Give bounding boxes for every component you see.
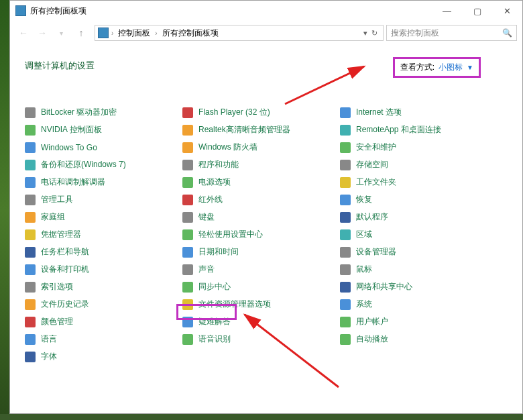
control-panel-item[interactable]: 恢复 bbox=[340, 194, 498, 205]
control-panel-item[interactable]: 红外线 bbox=[182, 194, 340, 205]
item-icon bbox=[340, 142, 351, 153]
item-icon bbox=[182, 247, 193, 258]
item-icon bbox=[25, 352, 36, 362]
minimize-button[interactable]: — bbox=[432, 1, 462, 21]
control-panel-item[interactable]: 同步中心 bbox=[182, 281, 340, 293]
control-panel-item[interactable]: 轻松使用设置中心 bbox=[182, 229, 340, 240]
item-label: 自动播放 bbox=[356, 333, 388, 345]
control-panel-item[interactable]: 疑难解答 bbox=[182, 316, 340, 327]
control-panel-item[interactable]: 声音 bbox=[182, 264, 340, 275]
item-icon bbox=[25, 177, 36, 188]
item-label: 凭据管理器 bbox=[41, 229, 81, 240]
control-panel-item[interactable]: 电话和调制解调器 bbox=[25, 176, 182, 188]
address-dropdown-icon[interactable]: ▾ bbox=[363, 29, 367, 38]
item-label: BitLocker 驱动器加密 bbox=[41, 107, 117, 118]
items-grid: BitLocker 驱动器加密NVIDIA 控制面板Windows To Go备… bbox=[25, 107, 508, 362]
item-icon bbox=[182, 334, 193, 345]
control-panel-item[interactable]: 键盘 bbox=[182, 211, 340, 223]
control-panel-item[interactable]: 凭据管理器 bbox=[25, 229, 182, 240]
control-panel-item[interactable]: 管理工具 bbox=[25, 194, 182, 205]
control-panel-item[interactable]: 工作文件夹 bbox=[340, 176, 498, 188]
close-button[interactable]: ✕ bbox=[492, 1, 522, 21]
control-panel-item[interactable]: 语言 bbox=[25, 333, 182, 345]
breadcrumb-item[interactable]: 所有控制面板项 bbox=[160, 28, 221, 39]
forward-button[interactable]: → bbox=[34, 25, 50, 41]
control-panel-item[interactable]: 网络和共享中心 bbox=[340, 281, 498, 293]
breadcrumb-item[interactable]: 控制面板 bbox=[116, 28, 152, 39]
item-label: NVIDIA 控制面板 bbox=[41, 124, 102, 136]
item-icon bbox=[340, 107, 351, 118]
item-icon bbox=[182, 125, 193, 136]
item-label: 区域 bbox=[356, 229, 372, 240]
item-label: 备份和还原(Windows 7) bbox=[41, 159, 126, 170]
control-panel-item[interactable]: 鼠标 bbox=[340, 264, 498, 275]
control-panel-item[interactable]: 字体 bbox=[25, 351, 182, 362]
item-label: 声音 bbox=[198, 264, 215, 275]
control-panel-item[interactable]: 自动播放 bbox=[340, 333, 498, 345]
item-icon bbox=[182, 212, 193, 223]
item-icon bbox=[182, 195, 193, 205]
control-panel-item[interactable]: 存储空间 bbox=[340, 159, 498, 170]
control-panel-item[interactable]: 设备管理器 bbox=[340, 246, 498, 258]
control-panel-item[interactable]: 用户帐户 bbox=[340, 316, 498, 327]
view-by-selector[interactable]: 查看方式: 小图标 ▼ bbox=[393, 57, 481, 78]
recent-dropdown[interactable]: ▾ bbox=[53, 25, 69, 41]
control-panel-item[interactable]: BitLocker 驱动器加密 bbox=[25, 107, 182, 118]
item-label: 颜色管理 bbox=[41, 316, 73, 327]
control-panel-item[interactable]: 电源选项 bbox=[182, 176, 340, 188]
control-panel-item[interactable]: 任务栏和导航 bbox=[25, 246, 182, 258]
control-panel-item[interactable]: 索引选项 bbox=[25, 281, 182, 293]
item-icon bbox=[340, 334, 351, 345]
item-icon bbox=[25, 212, 36, 223]
control-panel-item[interactable]: 系统 bbox=[340, 299, 498, 310]
control-panel-item[interactable]: 文件历史记录 bbox=[25, 299, 182, 310]
up-button[interactable]: ↑ bbox=[73, 25, 89, 41]
item-icon bbox=[25, 334, 36, 345]
address-bar[interactable]: › 控制面板 › 所有控制面板项 ▾ ↻ bbox=[95, 25, 384, 41]
item-label: 默认程序 bbox=[356, 211, 388, 223]
item-icon bbox=[25, 247, 36, 258]
control-panel-item[interactable]: 设备和打印机 bbox=[25, 264, 182, 275]
control-panel-item[interactable]: Internet 选项 bbox=[340, 107, 498, 118]
control-panel-item[interactable]: 程序和功能 bbox=[182, 159, 340, 170]
item-icon bbox=[25, 142, 36, 153]
item-label: 设备管理器 bbox=[356, 246, 396, 258]
control-panel-item[interactable]: 默认程序 bbox=[340, 211, 498, 223]
app-icon bbox=[15, 5, 26, 16]
content-area: 调整计算机的设置 查看方式: 小图标 ▼ BitLocker 驱动器加密NVID… bbox=[10, 45, 522, 362]
control-panel-item[interactable]: 日期和时间 bbox=[182, 246, 340, 258]
item-icon bbox=[340, 212, 351, 223]
search-icon[interactable]: 🔍 bbox=[502, 28, 512, 38]
breadcrumb-sep: › bbox=[110, 30, 115, 37]
view-by-value[interactable]: 小图标 bbox=[439, 62, 463, 73]
item-label: 鼠标 bbox=[356, 264, 372, 275]
back-button[interactable]: ← bbox=[15, 25, 32, 41]
control-panel-item[interactable]: 区域 bbox=[340, 229, 498, 240]
location-icon bbox=[98, 28, 109, 38]
refresh-icon[interactable]: ↻ bbox=[371, 29, 377, 38]
item-icon bbox=[25, 299, 36, 310]
desktop-side bbox=[0, 0, 9, 420]
control-panel-item[interactable]: Windows To Go bbox=[25, 142, 182, 153]
item-icon bbox=[340, 282, 351, 293]
control-panel-item[interactable]: 颜色管理 bbox=[25, 316, 182, 327]
control-panel-item[interactable]: Realtek高清晰音频管理器 bbox=[182, 124, 340, 136]
item-label: 键盘 bbox=[198, 211, 215, 223]
control-panel-item[interactable]: 备份和还原(Windows 7) bbox=[25, 159, 182, 170]
svg-line-0 bbox=[285, 66, 364, 104]
item-label: 家庭组 bbox=[41, 211, 65, 223]
control-panel-item[interactable]: Windows 防火墙 bbox=[182, 142, 340, 153]
control-panel-item[interactable]: NVIDIA 控制面板 bbox=[25, 124, 182, 136]
control-panel-item[interactable]: 文件资源管理器选项 bbox=[182, 299, 340, 310]
item-icon bbox=[340, 125, 351, 136]
control-panel-item[interactable]: RemoteApp 和桌面连接 bbox=[340, 124, 498, 136]
control-panel-item[interactable]: 语音识别 bbox=[182, 333, 340, 345]
item-icon bbox=[182, 317, 193, 327]
control-panel-item[interactable]: 安全和维护 bbox=[340, 142, 498, 153]
maximize-button[interactable]: ▢ bbox=[462, 1, 492, 21]
control-panel-item[interactable]: Flash Player (32 位) bbox=[182, 107, 340, 118]
item-label: 程序和功能 bbox=[198, 159, 239, 170]
control-panel-item[interactable]: 家庭组 bbox=[25, 211, 182, 223]
item-label: 同步中心 bbox=[198, 281, 231, 293]
search-box[interactable]: 搜索控制面板 🔍 bbox=[386, 25, 517, 41]
